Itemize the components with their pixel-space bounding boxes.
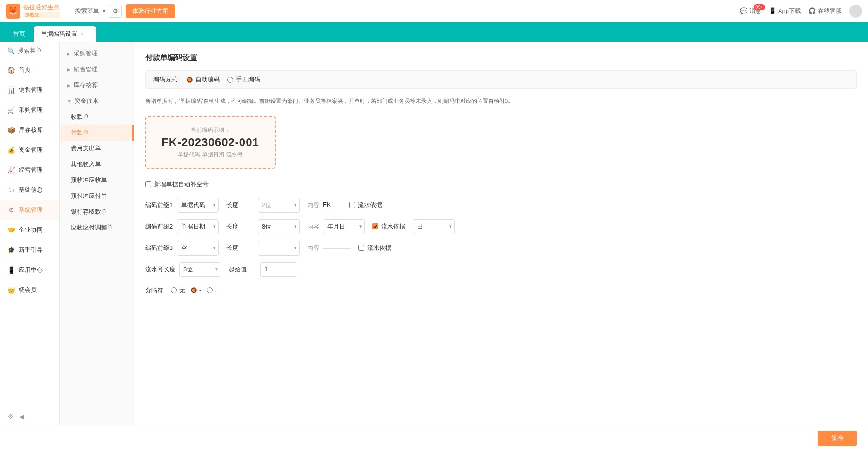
separator-dot-radio[interactable]: . [207, 287, 217, 294]
separator-dash-input[interactable] [191, 287, 197, 293]
prefix1-content-value: FK [323, 201, 342, 209]
prefix2-length-select[interactable]: 8位 [258, 219, 300, 234]
prefix3-content-label: 内容 [307, 244, 319, 252]
serial-row: 流水号长度 3位 4位 5位 起始值 [145, 262, 857, 277]
submenu-item-bank-deposit[interactable]: 银行存取款单 [60, 204, 134, 220]
submenu-group-purchase-title[interactable]: ▶ 采购管理 [60, 46, 134, 61]
submenu-group-funds-title[interactable]: ▼ 资金往来 [60, 93, 134, 109]
submenu-item-expense-label: 费用支出单 [71, 145, 101, 152]
serial-start-input[interactable] [260, 262, 297, 277]
sidebar-item-guide[interactable]: 🎓 新手引导 [0, 240, 59, 260]
separator-options: 无 - . [171, 286, 217, 295]
save-button[interactable]: 保存 [818, 431, 857, 446]
sidebar-item-enterprise[interactable]: 🤝 企业协同 [0, 220, 59, 240]
prefix2-length-group: 长度 8位 [226, 219, 300, 234]
submenu-group-purchase-label: 采购管理 [74, 49, 98, 58]
submenu-item-prepay-recv[interactable]: 预收冲应收单 [60, 172, 134, 188]
online-service-area[interactable]: 🎧 在线客服 [808, 7, 842, 15]
submenu-item-payment[interactable]: 付款单 [60, 125, 134, 141]
prefix2-content-select[interactable]: 年月日 [323, 219, 365, 234]
serial-length-wrapper[interactable]: 3位 4位 5位 [179, 262, 221, 277]
prefix1-length-wrapper[interactable]: 2位 [258, 198, 300, 213]
prefix2-select[interactable]: 单据日期 [177, 219, 219, 234]
topbar-right: 💬 消息 99+ 📱 App下载 🎧 在线客服 [740, 5, 862, 18]
prefix1-select[interactable]: 单据代码 [177, 198, 219, 213]
sidebar-item-apps[interactable]: 📱 应用中心 [0, 260, 59, 280]
sidebar-item-inventory[interactable]: 📦 库存核算 [0, 120, 59, 140]
sidebar-item-sales[interactable]: 📊 销售管理 [0, 80, 59, 100]
prefix3-length-select[interactable] [258, 241, 300, 256]
separator-none-radio[interactable]: 无 [171, 286, 185, 295]
guide-icon: 🎓 [7, 246, 15, 254]
prefix2-length-wrapper[interactable]: 8位 [258, 219, 300, 234]
serial-length-select[interactable]: 3位 4位 5位 [179, 262, 221, 277]
prefix3-length-wrapper[interactable] [258, 241, 300, 256]
messages-area[interactable]: 💬 消息 99+ [740, 7, 761, 15]
sidebar-item-purchase[interactable]: 🛒 采购管理 [0, 100, 59, 120]
submenu-item-ar-ap-adjust[interactable]: 应收应付调整单 [60, 220, 134, 236]
prefix1-stream-checkbox[interactable]: 流水依据 [349, 201, 382, 209]
prefix2-stream-unit-select[interactable]: 日 月 年 [413, 219, 455, 234]
prefix3-stream-input[interactable] [358, 245, 364, 251]
settings-section: 编码前缀1 单据代码 长度 2位 内容 [145, 198, 857, 277]
prefix2-stream-unit-wrapper[interactable]: 日 月 年 [413, 219, 455, 234]
sidebar-item-guide-label: 新手引导 [19, 246, 43, 254]
tab-home-label: 首页 [13, 30, 25, 38]
separator-dot-input[interactable] [207, 287, 213, 293]
content-area: 付款单编码设置 编码方式 自动编码 手工编码 新增单据时，'单据编码'自动生成，… [134, 42, 868, 425]
prefix1-select-wrapper[interactable]: 单据代码 [177, 198, 219, 213]
serial-start-group: 起始值 [229, 262, 297, 277]
sidebar-item-home[interactable]: 🏠 首页 [0, 60, 59, 80]
prefix3-group: 编码前缀3 空 [145, 241, 219, 256]
encoding-manual-radio[interactable]: 手工编码 [227, 75, 260, 84]
prefix3-stream-checkbox[interactable]: 流水依据 [358, 244, 391, 252]
sidebar-item-operation[interactable]: 📈 经营管理 [0, 160, 59, 180]
submenu-item-prepay-pay[interactable]: 预付冲应付单 [60, 188, 134, 204]
sidebar-item-finance[interactable]: 💰 资金管理 [0, 140, 59, 160]
prefix2-content-wrapper[interactable]: 年月日 [323, 219, 365, 234]
encoding-auto-radio[interactable]: 自动编码 [187, 75, 220, 84]
prefix2-stream-checkbox[interactable]: 流水依据 [372, 222, 405, 231]
encoding-auto-input[interactable] [187, 77, 193, 83]
submenu: ▶ 采购管理 ▶ 销售管理 ▶ 库存核算 ▼ 资金往来 收款单 [60, 42, 134, 425]
submenu-group-inventory-label: 库存核算 [74, 81, 98, 89]
settings-button[interactable]: ⚙ [109, 5, 122, 18]
sidebar-item-basic[interactable]: 🗂 基础信息 [0, 180, 59, 200]
submenu-group-sales-title[interactable]: ▶ 销售管理 [60, 61, 134, 77]
prefix1-content-group: 内容 FK [307, 201, 342, 209]
submenu-item-expense[interactable]: 费用支出单 [60, 141, 134, 156]
sidebar-item-system-label: 系统管理 [19, 206, 43, 214]
separator-dash-radio[interactable]: - [191, 287, 201, 294]
prefix3-select-wrapper[interactable]: 空 [177, 241, 219, 256]
prefix2-select-wrapper[interactable]: 单据日期 [177, 219, 219, 234]
submenu-item-other-income[interactable]: 其他收入单 [60, 156, 134, 172]
tab-home[interactable]: 首页 [6, 26, 33, 42]
topbar-search-area[interactable]: 搜索菜单 ▾ [75, 7, 105, 15]
auto-fill-checkbox[interactable]: 新增单据自动补空号 [145, 180, 209, 188]
sidebar-item-member-label: 畅会员 [19, 286, 37, 294]
prefix3-select[interactable]: 空 [177, 241, 219, 256]
search-menu-sidebar[interactable]: 🔍 搜索菜单 [0, 42, 59, 60]
footer-collapse-icon[interactable]: ◀ [19, 413, 24, 420]
separator-dash-label: - [199, 287, 201, 294]
footer-settings-icon[interactable]: ⚙ [7, 413, 13, 420]
submenu-item-prepay-pay-label: 预付冲应付单 [71, 192, 107, 199]
separator-none-input[interactable] [171, 287, 177, 293]
sidebar-item-member[interactable]: 👑 畅会员 [0, 280, 59, 300]
user-avatar[interactable] [849, 5, 862, 18]
prefix1-stream-input[interactable] [349, 202, 355, 208]
apps-icon: 📱 [7, 266, 15, 274]
tab-encoding[interactable]: 单据编码设置 × ⊞ [34, 26, 96, 42]
submenu-group-inventory-title[interactable]: ▶ 库存核算 [60, 77, 134, 93]
trial-button[interactable]: 体验行业方案 [126, 4, 175, 18]
inventory-icon: 📦 [7, 126, 15, 134]
encoding-manual-input[interactable] [227, 77, 233, 83]
submenu-item-receipt[interactable]: 收款单 [60, 109, 134, 125]
tab-close-icon[interactable]: × [80, 31, 83, 37]
prefix1-length-select[interactable]: 2位 [258, 198, 300, 213]
app-download-area[interactable]: 📱 App下载 [769, 7, 801, 15]
sidebar-item-system[interactable]: ⚙ 系统管理 [0, 200, 59, 220]
prefix2-stream-input[interactable] [372, 223, 378, 229]
auto-fill-input[interactable] [145, 181, 151, 187]
submenu-item-other-income-label: 其他收入单 [71, 161, 101, 168]
